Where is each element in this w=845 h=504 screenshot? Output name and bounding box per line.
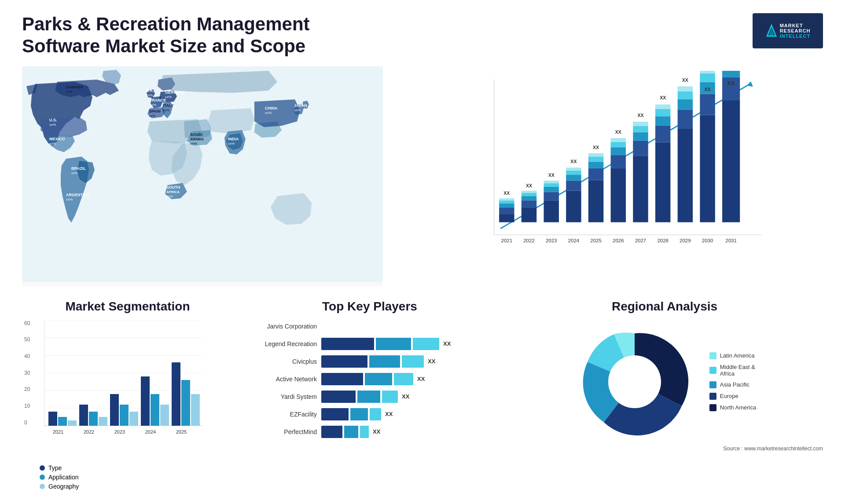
mea-color (709, 367, 716, 374)
svg-text:xx%: xx% (166, 194, 173, 198)
players-list: Jarvis Corporation Legend Recreation XX (246, 320, 493, 438)
player-row: Active Network XX (246, 373, 493, 385)
application-dot (40, 475, 45, 480)
svg-text:2029: 2029 (680, 238, 691, 243)
bar-seg1 (321, 355, 367, 368)
legend-type: Type (40, 464, 233, 471)
svg-text:XX: XX (682, 77, 688, 83)
europe-color (709, 393, 716, 400)
player-bar (321, 320, 493, 332)
geography-dot (40, 484, 45, 489)
svg-text:xx%: xx% (149, 114, 155, 118)
svg-text:XX: XX (660, 95, 666, 100)
player-bar: XX (321, 355, 493, 368)
svg-rect-85 (655, 104, 670, 109)
bar-chart: XX XX XX (409, 71, 823, 264)
svg-text:xx%: xx% (190, 142, 197, 146)
y-label-60: 60 (24, 320, 30, 326)
svg-text:xx%: xx% (163, 108, 169, 112)
svg-text:BRAZIL: BRAZIL (71, 166, 86, 171)
svg-text:2030: 2030 (702, 238, 713, 243)
player-bar: XX (321, 408, 493, 420)
svg-text:2026: 2026 (613, 238, 624, 243)
svg-rect-122 (48, 412, 57, 426)
svg-rect-61 (566, 168, 581, 171)
logo-line3: INTELLECT (780, 33, 811, 39)
y-label-10: 10 (24, 403, 30, 409)
bar-seg3 (402, 355, 424, 368)
bar-seg3 (413, 338, 439, 350)
svg-text:CHINA: CHINA (265, 106, 278, 110)
svg-point-143 (608, 355, 661, 408)
svg-rect-59 (566, 175, 581, 180)
player-value: XX (417, 376, 425, 382)
svg-text:xx%: xx% (49, 142, 56, 146)
svg-text:xx%: xx% (71, 171, 78, 175)
svg-rect-65 (588, 161, 603, 168)
bar-seg1 (321, 338, 374, 350)
svg-text:GERMANY: GERMANY (165, 90, 185, 95)
player-name: Active Network (246, 376, 317, 383)
svg-rect-98 (722, 100, 740, 222)
svg-text:2021: 2021 (53, 429, 63, 435)
svg-rect-76 (633, 141, 648, 156)
svg-text:2024: 2024 (568, 238, 580, 243)
donut-container: Latin America Middle East &Africa Asia P… (506, 320, 823, 443)
svg-rect-136 (191, 394, 200, 426)
svg-rect-135 (181, 380, 190, 426)
svg-text:FRANCE: FRANCE (150, 98, 166, 102)
svg-rect-97 (700, 71, 715, 73)
svg-rect-70 (611, 155, 626, 168)
svg-text:SPAIN: SPAIN (149, 109, 161, 113)
svg-rect-42 (499, 200, 514, 203)
y-label-30: 30 (24, 370, 30, 376)
svg-rect-55 (544, 180, 558, 183)
svg-rect-78 (633, 126, 648, 132)
svg-text:ITALY: ITALY (163, 103, 174, 108)
svg-rect-57 (566, 190, 581, 222)
legend-geography: Geography (40, 483, 233, 490)
logo-line2: RESEARCH (780, 28, 811, 33)
player-name: EZFacility (246, 411, 317, 418)
player-row: Jarvis Corporation (246, 320, 493, 332)
svg-text:U.S.: U.S. (49, 118, 57, 122)
svg-text:2028: 2028 (657, 238, 669, 243)
svg-rect-81 (655, 142, 670, 222)
northam-color (709, 404, 716, 411)
svg-rect-47 (522, 196, 536, 201)
svg-text:xx%: xx% (66, 90, 73, 94)
svg-text:XX: XX (570, 159, 577, 164)
svg-rect-125 (79, 405, 88, 426)
svg-rect-72 (611, 142, 626, 147)
bar-seg2 (350, 408, 368, 420)
player-value: XX (385, 411, 393, 417)
bar-seg1 (321, 426, 342, 438)
svg-rect-49 (522, 190, 536, 193)
svg-rect-67 (588, 153, 603, 157)
legend-application: Application (40, 474, 233, 481)
bar-seg3 (360, 426, 369, 438)
logo-container: MARKET RESEARCH INTELLECT (753, 13, 823, 48)
seg-legend: Type Application Geography (40, 464, 233, 490)
player-value: XX (443, 340, 451, 347)
svg-text:SOUTH: SOUTH (166, 185, 180, 190)
svg-rect-82 (655, 125, 670, 142)
player-row: Legend Recreation XX (246, 338, 493, 350)
svg-rect-77 (633, 132, 648, 140)
svg-text:2024: 2024 (145, 429, 156, 435)
svg-text:XX: XX (526, 183, 532, 188)
application-label: Application (48, 474, 79, 481)
svg-text:ARGENTINA: ARGENTINA (66, 193, 90, 197)
svg-rect-69 (611, 168, 626, 222)
legend-europe: Europe (709, 393, 756, 400)
page-title: Parks & Recreation Management Software M… (22, 13, 352, 58)
svg-text:XX: XX (548, 172, 555, 178)
svg-rect-94 (700, 94, 715, 115)
svg-rect-43 (499, 198, 514, 201)
svg-rect-54 (544, 183, 558, 187)
svg-rect-45 (522, 208, 536, 222)
player-row: Yardi System XX (246, 391, 493, 403)
latin-label: Latin America (720, 352, 755, 359)
svg-text:MEXICO: MEXICO (49, 137, 65, 141)
svg-text:xx%: xx% (146, 93, 153, 97)
